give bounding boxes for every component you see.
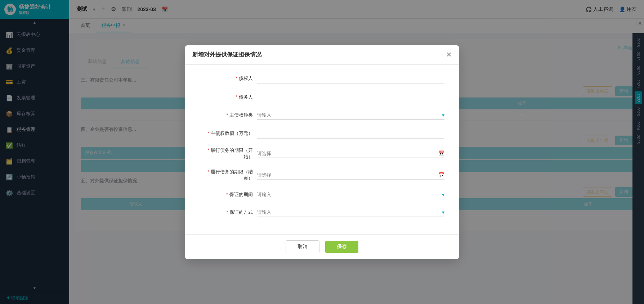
modal-body: * 债权人 * 债务人 * 主债权种类 bbox=[185, 65, 459, 234]
form-row-obligation-start: * 履行债务的期限（开始） 📅 bbox=[200, 147, 444, 160]
obligation-end-input[interactable] bbox=[257, 172, 438, 178]
modal-header: 新增对外提供保证担保情况 ✕ bbox=[185, 45, 459, 65]
obligation-start-input[interactable] bbox=[257, 151, 438, 156]
creditor-label: * 债权人 bbox=[200, 75, 257, 82]
form-row-obligation-end: * 履行债务的期限（结束） 📅 bbox=[200, 169, 444, 182]
claim-type-label: * 主债权种类 bbox=[200, 112, 257, 118]
save-button[interactable]: 保存 bbox=[325, 241, 358, 253]
guarantee-method-chevron-icon[interactable]: ▾ bbox=[442, 209, 444, 215]
cancel-button[interactable]: 取消 bbox=[286, 240, 319, 253]
claim-type-chevron-icon[interactable]: ▾ bbox=[442, 112, 444, 118]
guarantee-method-label: * 保证的方式 bbox=[200, 209, 257, 215]
calendar-start-icon[interactable]: 📅 bbox=[438, 150, 444, 156]
form-row-claim-amount: * 主债权数额（万元） bbox=[200, 128, 444, 139]
form-row-claim-type: * 主债权种类 ▾ bbox=[200, 111, 444, 120]
calendar-end-icon[interactable]: 📅 bbox=[438, 172, 444, 178]
guarantee-period-label: * 保证的期间 bbox=[200, 191, 257, 198]
guarantee-period-chevron-icon[interactable]: ▾ bbox=[442, 192, 444, 198]
modal-title: 新增对外提供保证担保情况 bbox=[192, 51, 261, 59]
form-row-debtor: * 债务人 bbox=[200, 92, 444, 102]
form-row-guarantee-period: * 保证的期间 ▾ bbox=[200, 190, 444, 199]
guarantee-period-input[interactable] bbox=[257, 192, 442, 197]
form-row-creditor: * 债权人 bbox=[200, 73, 444, 83]
debtor-input[interactable] bbox=[257, 92, 444, 102]
obligation-end-date[interactable]: 📅 bbox=[257, 171, 444, 180]
obligation-start-label: * 履行债务的期限（开始） bbox=[200, 147, 257, 160]
claim-type-select[interactable]: ▾ bbox=[257, 111, 444, 120]
debtor-label: * 债务人 bbox=[200, 94, 257, 100]
modal-footer: 取消 保存 bbox=[185, 234, 459, 259]
modal-overlay: 新增对外提供保证担保情况 ✕ * 债权人 * 债务人 bbox=[0, 0, 644, 304]
claim-amount-input[interactable] bbox=[257, 128, 444, 139]
modal-close-icon[interactable]: ✕ bbox=[446, 51, 452, 58]
modal-dialog: 新增对外提供保证担保情况 ✕ * 债权人 * 债务人 bbox=[185, 45, 459, 259]
guarantee-method-select[interactable]: ▾ bbox=[257, 208, 444, 217]
claim-amount-label: * 主债权数额（万元） bbox=[200, 130, 257, 137]
claim-type-input[interactable] bbox=[257, 112, 442, 118]
obligation-end-label: * 履行债务的期限（结束） bbox=[200, 169, 257, 182]
obligation-start-date[interactable]: 📅 bbox=[257, 149, 444, 158]
form-row-guarantee-method: * 保证的方式 ▾ bbox=[200, 208, 444, 217]
guarantee-method-input[interactable] bbox=[257, 209, 442, 215]
guarantee-period-select[interactable]: ▾ bbox=[257, 190, 444, 199]
creditor-input[interactable] bbox=[257, 73, 444, 83]
